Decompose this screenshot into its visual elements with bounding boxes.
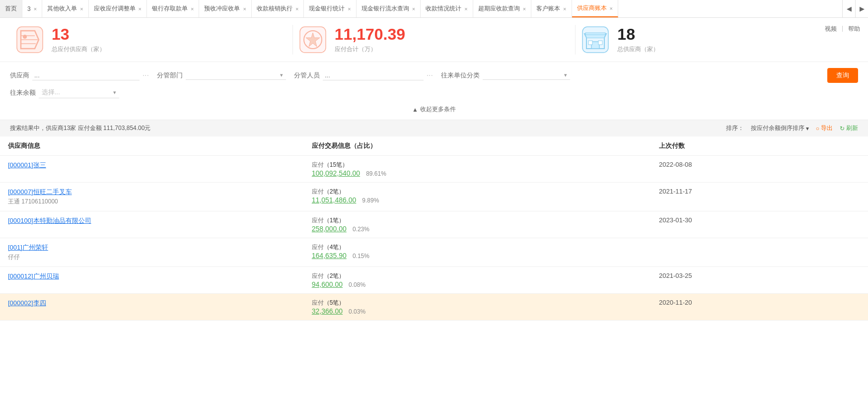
result-bar: 搜索结果中，供应商13家 应付金额 111,703,854.00元 排序： 按应… [0,120,868,136]
cell-lastdate-1: 2021-11-17 [651,183,868,211]
supplier-input[interactable] [32,70,140,80]
percent-3: 0.15% [353,253,369,260]
summary-text-payable-suppliers: 13 总应付供应商（家） [52,26,105,54]
tx-bottom-4: 94,600.000.08% [312,280,643,288]
nav-tab-bank-deposit[interactable]: 银行存取款单× [147,0,199,17]
person-input[interactable] [323,70,424,80]
tab-close-icon-ar-ap-adjust[interactable]: × [139,6,142,12]
nav-tab-cash-bank-stat[interactable]: 现金银行统计× [304,0,356,17]
percent-4: 0.08% [349,281,365,288]
balance-select[interactable]: 选择... ▾ [39,87,119,98]
nav-tab-home[interactable]: 首页 [0,0,22,17]
balance-chevron-icon: ▾ [113,89,116,96]
tab-close-icon-customer-book[interactable]: × [563,6,566,12]
category-select[interactable]: ▾ [483,71,570,80]
tab-close-icon-bank-deposit[interactable]: × [191,6,194,12]
nav-tab-other-income[interactable]: 其他收入单× [42,0,88,17]
cell-supplier-0: [000001]张三 [0,156,304,183]
percent-0: 89.61% [366,170,386,177]
cell-lastdate-2: 2023-01-30 [651,211,868,238]
tab-close-icon-supplier-book[interactable]: × [610,5,613,11]
supplier-more-icon[interactable]: ··· [143,71,149,80]
result-actions: 排序： 按应付余额倒序排序 ▾ ○ 导出 ↻ 刷新 [726,124,858,132]
amount-1[interactable]: 11,051,486.00 [312,196,357,204]
amount-0[interactable]: 100,092,540.00 [312,169,360,177]
export-icon: ○ [816,125,819,132]
cell-supplier-4: [000012]广州贝瑞 [0,267,304,294]
filter-category: 往来单位分类 ▾ [441,71,570,80]
payable-suppliers-label: 总应付供应商（家） [52,45,105,54]
tx-bottom-5: 32,366.000.03% [312,307,643,315]
table-row: [000002]李四应付（5笔）32,366.000.03%2020-11-20 [0,294,868,321]
sort-chevron-icon: ▾ [806,125,809,132]
export-label: 导出 [821,124,833,132]
help-video-link[interactable]: 视频 [825,25,837,33]
tab-close-icon-overdue-ar[interactable]: × [523,6,526,12]
col-header-lastpay: 上次付数 [651,136,868,156]
supplier-link-3[interactable]: [001]广州荣轩 [8,244,48,251]
supplier-link-4[interactable]: [000012]广州贝瑞 [8,272,59,280]
nav-tab-cash-bank-flow[interactable]: 现金银行流水查询× [357,0,421,17]
cell-tx-5: 应付（5笔）32,366.000.03% [304,294,651,321]
nav-tab-ar-ap-adjust[interactable]: 应收应付调整单× [89,0,147,17]
last-date-5: 2020-11-20 [659,299,692,306]
tab-close-icon-other-income[interactable]: × [80,6,83,12]
collapse-label: 收起更多条件 [420,105,456,114]
tx-label-1: 应付 [312,188,324,195]
star-icon [298,25,328,55]
amount-4[interactable]: 94,600.00 [312,280,343,288]
percent-1: 9.89% [362,197,379,204]
refresh-label: 刷新 [846,124,858,132]
person-more-icon[interactable]: ··· [427,71,433,80]
cell-tx-3: 应付（4笔）164,635.900.15% [304,238,651,267]
cell-supplier-2: [000100]本特勤油品有限公司 [0,211,304,238]
last-date-2: 2023-01-30 [659,216,692,224]
nav-tab-receipt-verify[interactable]: 收款核销执行× [252,0,304,17]
summary-card-payable-suppliers: 13 总应付供应商（家） [10,25,293,55]
balance-label: 往来余额 [10,88,36,97]
nav-next-arrow[interactable]: ▶ [855,0,868,18]
nav-prev-arrow[interactable]: ◀ [842,0,855,18]
amount-3[interactable]: 164,635.90 [312,252,347,260]
tab-close-icon-receipt-stat[interactable]: × [464,6,467,12]
supplier-link-2[interactable]: [000100]本特勤油品有限公司 [8,217,91,224]
category-label: 往来单位分类 [441,71,480,80]
collapse-button[interactable]: ▲ 收起更多条件 [10,102,858,115]
supplier-link-0[interactable]: [000001]张三 [8,161,46,169]
table-row: [000001]张三应付（15笔）100,092,540.0089.61%202… [0,156,868,183]
table-row: [000012]广州贝瑞应付（2笔）94,600.000.08%2021-03-… [0,267,868,294]
col-header-tx: 应付交易信息（占比） [304,136,651,156]
tab-close-icon-cash-bank-stat[interactable]: × [348,6,351,12]
tab-close-icon-receipt-verify[interactable]: × [295,6,298,12]
cell-tx-1: 应付（2笔）11,051,486.009.89% [304,183,651,211]
department-select[interactable]: ▾ [186,71,286,80]
tx-label-2: 应付 [312,217,324,224]
nav-tab-overdue-ar[interactable]: 超期应收款查询× [473,0,531,17]
amount-2[interactable]: 258,000.00 [312,225,347,233]
nav-tab-prepay-offset[interactable]: 预收冲应收单× [199,0,251,17]
help-link[interactable]: 帮助 [848,25,860,33]
tx-count-3: （4笔） [324,244,345,251]
nav-tab-receipt-stat[interactable]: 收款情况统计× [421,0,473,17]
tx-top-4: 应付（2笔） [312,272,643,280]
tab-close-icon-cash-bank-flow[interactable]: × [412,6,415,12]
tx-count-5: （5笔） [324,299,345,306]
export-button[interactable]: ○ 导出 [816,124,833,132]
refresh-button[interactable]: ↻ 刷新 [840,124,858,132]
filter-balance: 往来余额 选择... ▾ [10,87,119,98]
supplier-link-5[interactable]: [000002]李四 [8,299,46,307]
supplier-link-1[interactable]: [000007]恒旺二手叉车 [8,188,72,196]
nav-tab-tab3[interactable]: 3× [22,0,42,17]
sort-value: 按应付余额倒序排序 [751,124,804,132]
tx-top-0: 应付（15笔） [312,161,643,169]
supplier-sub-3: 仔仔 [8,253,296,262]
nav-tab-customer-book[interactable]: 客户账本× [531,0,572,17]
tab-close-icon-tab3[interactable]: × [34,6,37,12]
sort-select[interactable]: 按应付余额倒序排序 ▾ [751,124,809,132]
amount-5[interactable]: 32,366.00 [312,307,343,315]
filter-row-2: 往来余额 选择... ▾ [10,87,858,98]
nav-tab-supplier-book[interactable]: 供应商账本× [572,0,618,17]
query-button[interactable]: 查询 [827,68,858,83]
tab-close-icon-prepay-offset[interactable]: × [243,6,246,12]
last-date-0: 2022-08-08 [659,161,692,168]
